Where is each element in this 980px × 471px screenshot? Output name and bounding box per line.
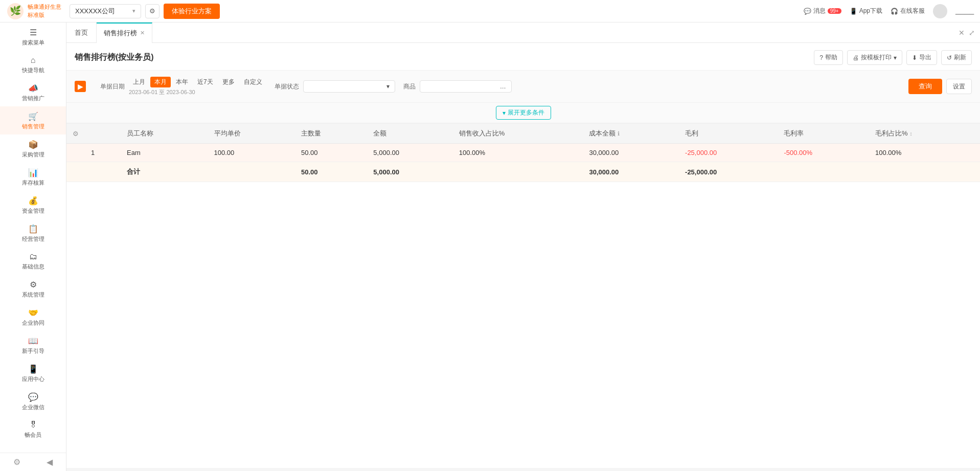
sidebar-item-app-center[interactable]: 📱 应用中心 <box>0 359 66 387</box>
footer-gross: -25,000.00 <box>679 162 778 182</box>
sidebar-item-system[interactable]: ⚙ 系统管理 <box>0 275 66 303</box>
sidebar-item-guide[interactable]: 📖 新手引导 <box>0 331 66 359</box>
tab-sales-ranking[interactable]: 销售排行榜 ✕ <box>97 23 152 43</box>
sidebar-item-vip[interactable]: 🎖 畅会员 <box>0 415 66 443</box>
date-filter-label: 单据日期 <box>100 82 125 91</box>
sidebar-item-operations[interactable]: 📋 经营管理 <box>0 219 66 247</box>
service-label: 在线客服 <box>900 7 925 15</box>
online-service-button[interactable]: 🎧 在线客服 <box>891 7 925 15</box>
sidebar-item-purchase[interactable]: 📦 采购管理 <box>0 134 66 163</box>
app-download-button[interactable]: 📱 App下载 <box>850 7 882 15</box>
help-button[interactable]: ? 帮助 <box>814 50 843 65</box>
template-print-button[interactable]: 🖨 按模板打印 ▾ <box>847 50 902 65</box>
date-tab-last-month[interactable]: 上月 <box>129 77 149 87</box>
col-qty: 主数量 <box>295 124 367 144</box>
date-range-display: 2023-06-01 至 2023-06-30 <box>129 88 266 96</box>
window-close-button[interactable]: ✕ <box>958 29 966 37</box>
date-tab-this-year[interactable]: 本年 <box>172 77 192 87</box>
sidebar-item-wechat[interactable]: 💬 企业微信 <box>0 387 66 415</box>
svg-text:🌿: 🌿 <box>10 5 21 16</box>
table-row: 1 Eam 100.00 50.00 5,000.00 100.00% 30,0… <box>66 144 980 162</box>
window-expand-button[interactable]: ⤢ <box>968 29 976 37</box>
col-settings[interactable]: ⚙ <box>66 124 85 144</box>
sidebar-bottom: ⚙ ◀ <box>0 453 66 471</box>
logo-icon: 🌿 <box>6 2 25 20</box>
date-tab-7days[interactable]: 近7天 <box>193 77 217 87</box>
sidebar-item-label-ops: 经营管理 <box>22 235 44 243</box>
query-actions: 查询 设置 <box>908 79 972 94</box>
col-rank <box>85 124 121 144</box>
export-icon: ⬇ <box>912 54 917 61</box>
row-avg-price: 100.00 <box>208 144 295 162</box>
app-wrapper: 🌿 畅康通好生意 标准版 XXXXXX公司 ▾ ⚙ 体验行业方案 💬 消息 99… <box>0 0 980 471</box>
company-name: XXXXXX公司 <box>75 7 115 16</box>
query-button[interactable]: 查询 <box>908 79 942 94</box>
sidebar-item-enterprise[interactable]: 🤝 企业协同 <box>0 303 66 331</box>
sidebar-item-label-sales: 销售管理 <box>22 123 44 130</box>
row-amount: 5,000.00 <box>367 144 452 162</box>
sidebar-item-label-ent: 企业协同 <box>22 319 44 327</box>
topbar-settings-button[interactable]: ⚙ <box>145 4 159 18</box>
expand-conditions-button[interactable]: ▾ 展开更多条件 <box>496 106 551 120</box>
tab-label: 销售排行榜 <box>104 29 137 38</box>
status-filter-group: 单据状态 ▾ <box>275 80 395 93</box>
phone-icon: 📱 <box>850 8 857 15</box>
footer-gross-rate <box>778 162 869 182</box>
sidebar-item-marketing[interactable]: 📣 营销推广 <box>0 78 66 106</box>
row-cost: 30,000.00 <box>583 144 679 162</box>
sidebar-item-search-order[interactable]: ☰ 搜索菜单 <box>0 23 66 51</box>
table-body: 1 Eam 100.00 50.00 5,000.00 100.00% 30,0… <box>66 144 980 162</box>
tab-close-icon[interactable]: ✕ <box>140 30 145 36</box>
top-right-area: 💬 消息 99+ 📱 App下载 🎧 在线客服 ▁▁▁▁ <box>804 4 974 18</box>
export-button[interactable]: ⬇ 导出 <box>906 50 937 65</box>
status-select[interactable]: ▾ <box>303 80 395 93</box>
purchase-icon: 📦 <box>28 140 38 149</box>
system-icon: ⚙ <box>30 280 37 289</box>
sidebar-item-basic-info[interactable]: 🗂 基础信息 <box>0 247 66 275</box>
date-tab-more[interactable]: 更多 <box>218 77 239 87</box>
avatar[interactable] <box>933 4 947 18</box>
date-tab-custom[interactable]: 自定义 <box>240 77 266 87</box>
footer-avg-price <box>208 162 295 182</box>
col-gross-rate: 毛利率 <box>778 124 869 144</box>
sidebar-collapse-button[interactable]: ◀ <box>47 457 53 467</box>
logo-area: 🌿 畅康通好生意 标准版 <box>6 2 61 20</box>
row-gross-rate: -500.00% <box>778 144 869 162</box>
filter-area: ▶ 单据日期 上月 本月 本年 近7天 更多 <box>66 71 980 124</box>
trial-button[interactable]: 体验行业方案 <box>164 4 220 19</box>
sidebar-settings-button[interactable]: ⚙ <box>13 457 20 467</box>
sidebar-item-label-wechat: 企业微信 <box>22 403 44 411</box>
goods-select[interactable]: … <box>420 80 512 93</box>
print-chevron-icon: ▾ <box>894 54 897 61</box>
sidebar-item-sales[interactable]: 🛒 销售管理 <box>0 106 66 134</box>
sidebar-item-label-finance: 资金管理 <box>22 207 44 215</box>
gross-pct-icon: ↕ <box>909 130 913 137</box>
page-title: 销售排行榜(按业务员) <box>75 52 154 63</box>
content-area: 首页 销售排行榜 ✕ ✕ ⤢ 销售排行榜(按业务员) <box>66 23 980 471</box>
sidebar-item-finance[interactable]: 💰 资金管理 <box>0 191 66 219</box>
logo-text: 畅康通好生意 标准版 <box>28 3 61 19</box>
message-button[interactable]: 💬 消息 99+ <box>804 7 841 15</box>
status-filter-label: 单据状态 <box>275 82 299 91</box>
finance-icon: 💰 <box>28 196 38 206</box>
wechat-icon: 💬 <box>28 392 38 402</box>
date-tab-this-month[interactable]: 本月 <box>150 77 171 87</box>
filter-arrow-button[interactable]: ▶ <box>75 81 86 92</box>
gear-icon: ⚙ <box>149 7 155 15</box>
guide-icon: 📖 <box>28 336 38 346</box>
sidebar-item-quick-nav[interactable]: ⌂ 快捷导航 <box>0 51 66 78</box>
refresh-button[interactable]: ↺ 刷新 <box>941 50 972 65</box>
quick-nav-icon: ⌂ <box>31 56 36 65</box>
col-sales-pct: 销售收入占比% <box>453 124 583 144</box>
sidebar-item-label-search: 搜索菜单 <box>22 39 44 47</box>
row-gross-pct: 100.00% <box>869 144 980 162</box>
footer-amount: 5,000.00 <box>367 162 452 182</box>
page-body: 销售排行榜(按业务员) ? 帮助 🖨 按模板打印 ▾ <box>66 43 980 471</box>
tab-home[interactable]: 首页 <box>66 23 97 43</box>
chevron-down-icon: ▾ <box>132 8 135 14</box>
company-selector[interactable]: XXXXXX公司 ▾ <box>70 4 141 18</box>
sidebar-item-inventory[interactable]: 📊 库存核算 <box>0 163 66 191</box>
sidebar-item-label-vip: 畅会员 <box>25 431 41 439</box>
footer-gross-pct <box>869 162 980 182</box>
settings-small-button[interactable]: 设置 <box>946 79 972 94</box>
